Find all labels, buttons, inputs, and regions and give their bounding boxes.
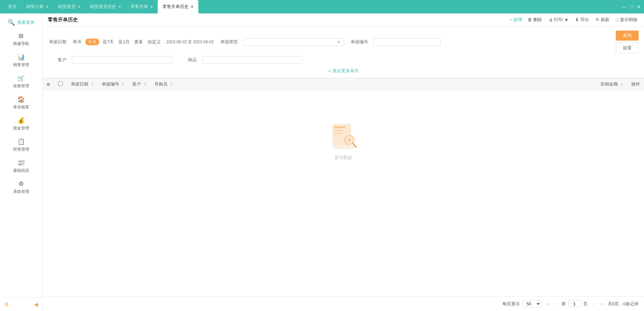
window-close-button[interactable]: ✕ [637,4,641,9]
svg-rect-3 [334,130,343,131]
last-page-button[interactable]: » [598,301,605,307]
goods-input[interactable]: ... [202,56,303,64]
minimize-button[interactable]: — [622,4,626,9]
tab-sales-order[interactable]: 销售订单 ✕ [21,0,53,13]
tab-retail-order[interactable]: 零售开单 ✕ [126,0,158,13]
first-page-button[interactable]: « [544,301,550,307]
col-date-header[interactable]: 单据日期 ⇅ [67,79,98,90]
sidebar-item-sales-mgmt[interactable]: 📊 销售管理 [0,50,42,71]
sidebar-settings-icon[interactable]: ⚙ [4,301,9,308]
tab-sales-return-history[interactable]: 销货退货历史 ✕ [85,0,126,13]
base-info-icon: 📰 [17,159,25,166]
sidebar-item-finance-mgmt[interactable]: 💰 资金管理 [0,113,42,135]
date-range-display: 2023-06-02 至 2023-06-02 [166,39,213,45]
tab-retail-order-history[interactable]: 零售开单历史 ✕ [158,0,198,13]
close-tab-sales-return[interactable]: ✕ [78,5,81,9]
svg-point-0 [332,145,355,149]
maximize-button[interactable]: □ [630,4,633,9]
date-sort-icon: ⇅ [91,83,94,86]
amount-sort-icon: ⇅ [621,83,623,86]
customer-label: 客户 [48,57,66,63]
pagination: 每页显示 50 10 20 100 « ‹ 第 页 › » 共0页，0条记录 [42,296,644,311]
toolbar-actions: + 新增 🗑 删除 🖨 打印 ▼ ⬇ 导出 ↻ 刷新 □ 显示明细 [510,16,639,23]
delete-button[interactable]: 🗑 删除 [526,16,543,23]
empty-text: 暂无数据 [335,155,352,161]
sidebar-item-quick-nav[interactable]: ⊞ 快捷导航 [0,29,42,50]
close-tab-retail-order-history[interactable]: ✕ [191,5,194,9]
date-btn-7days[interactable]: 近7天 [101,39,115,45]
svg-rect-2 [334,126,346,128]
col-customer-header[interactable]: 客户 ⇅ [128,79,150,90]
sidebar-item-purchase-mgmt[interactable]: 🛒 采购管理 [0,71,42,92]
col-spacer-header [177,79,597,90]
doc-number-label: 单据编号 [349,39,368,45]
customer-sort-icon: ⇅ [144,83,146,86]
sidebar-item-base-info[interactable]: 📰 基础信息 [0,156,42,177]
col-number-header[interactable]: 单据编号 ⇅ [98,79,129,90]
col-amount-header[interactable]: 实销金额 ⇅ [596,79,627,90]
date-btn-1month[interactable]: 近1月 [117,39,131,45]
select-all-checkbox[interactable] [58,82,63,86]
doc-type-label: 单据类型 [219,39,238,45]
setting-button[interactable]: 设置 [616,43,639,53]
sidebar-search[interactable]: 🔍 搜索菜单 [0,16,42,29]
col-settings-header[interactable]: ⚙ [42,79,54,90]
query-setting-col: 查询 设置 [616,31,639,53]
col-action-header: 操作 [627,79,644,90]
export-button[interactable]: ⬇ 导出 [574,16,590,23]
next-page-button[interactable]: › [590,301,596,307]
date-btn-yesterday[interactable]: 昨天 [72,39,83,45]
add-button[interactable]: + 新增 [510,17,522,23]
toolbar: 零售开单历史 + 新增 🗑 删除 🖨 打印 ▼ ⬇ 导出 ↻ 刷新 □ 显示明细 [42,13,644,27]
refresh-button[interactable]: ↻ 刷新 [594,16,611,23]
sidebar-item-biz-mgmt[interactable]: 📋 经营管理 [0,135,42,156]
tab-sales-return[interactable]: 销货退货 ✕ [53,0,85,13]
biz-mgmt-icon: 📋 [17,138,25,145]
filter-row-2: 客户 ... 商品 ... [48,56,639,64]
purchase-mgmt-icon: 🛒 [17,74,25,82]
print-button[interactable]: 🖨 打印 ▼ [547,16,570,23]
sidebar: 🔍 搜索菜单 ⊞ 快捷导航 📊 销售管理 🛒 采购管理 🏠 库存核算 💰 资金管… [0,13,42,311]
date-btn-more[interactable]: 更多 [133,39,144,45]
doc-type-select[interactable]: ▼ [243,38,344,46]
prev-page-button[interactable]: ‹ [553,301,559,307]
data-table: ⚙ 单据日期 ⇅ 单据编号 ⇅ 客户 [42,78,644,188]
empty-state: 暂无数据 [42,90,644,188]
goods-label: 商品 [178,57,197,63]
page-label: 第 [561,301,566,307]
sidebar-item-inventory[interactable]: 🏠 库存核算 [0,92,42,113]
close-tab-sales-order[interactable]: ✕ [46,5,49,9]
close-tab-retail-order[interactable]: ✕ [150,5,153,9]
page-unit: 页 [583,301,588,307]
customer-input[interactable]: ... [72,56,172,64]
svg-rect-4 [334,133,341,134]
finance-mgmt-icon: 💰 [17,117,25,124]
number-sort-icon: ⇅ [121,83,124,86]
content-area: 零售开单历史 + 新增 🗑 删除 🖨 打印 ▼ ⬇ 导出 ↻ 刷新 □ 显示明细… [42,13,644,311]
page-title: 零售开单历史 [48,17,78,23]
sidebar-item-sys-mgmt[interactable]: ⚙ 系统管理 [0,177,42,198]
close-tab-sales-return-history[interactable]: ✕ [118,5,121,9]
tab-home[interactable]: 首页 [3,0,21,13]
page-number-input[interactable] [568,300,581,307]
date-btn-custom[interactable]: 自定义 [146,39,162,45]
print-dropdown-icon[interactable]: ▼ [564,17,568,22]
sidebar-collapse-icon[interactable]: ◀ [34,301,38,308]
sales-mgmt-icon: 📊 [17,53,25,61]
total-text: 共0页，0条记录 [608,301,639,307]
col-checkbox-header[interactable] [54,79,67,90]
customer-more-icon[interactable]: ... [166,57,169,62]
window-actions: — □ ✕ [622,4,641,9]
display-detail-button[interactable]: □ 显示明细 [615,16,639,23]
page-size-label: 每页显示 [502,301,520,307]
quick-nav-icon: ⊞ [18,32,23,40]
doc-number-input[interactable] [374,38,441,46]
date-btn-today[interactable]: 今天 [85,39,99,45]
filter-row-1: 单据日期 昨天 今天 近7天 近1月 更多 自定义 2023-06-02 至 2… [48,31,639,53]
filter-area: 单据日期 昨天 今天 近7天 近1月 更多 自定义 2023-06-02 至 2… [42,27,644,78]
page-size-select[interactable]: 50 10 20 100 [523,300,541,308]
query-button[interactable]: 查询 [616,31,639,41]
col-guide-header[interactable]: 导购员 ⇅ [150,79,177,90]
goods-more-icon[interactable]: ... [296,57,300,62]
collapse-more-conditions[interactable]: ∧ 收起更多条件 [48,66,639,75]
